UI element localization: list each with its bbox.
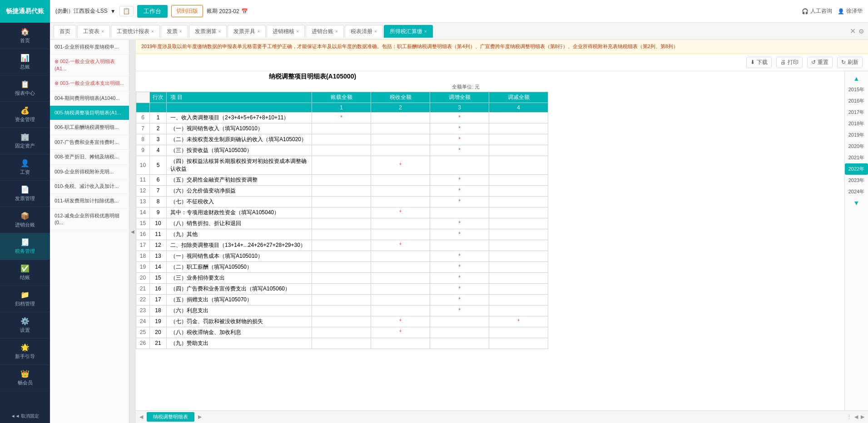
sidebar-item-6[interactable]: 📄发票管理 [0, 181, 50, 207]
download-button[interactable]: ⬇ 下载 [746, 57, 772, 68]
tab-1[interactable]: 工资表× [77, 25, 110, 38]
row-c2[interactable] [371, 229, 430, 240]
sidebar-item-5[interactable]: 👤工资 [0, 154, 50, 181]
year-item-1[interactable]: 2016年 [845, 95, 868, 107]
row-c4[interactable] [489, 272, 548, 283]
row-xiangmu[interactable]: （二）职工薪酬（填写A105050） [167, 261, 312, 272]
row-c2[interactable] [371, 261, 430, 272]
sidebar-item-0[interactable]: 🏠首页 [0, 23, 50, 49]
tab-6[interactable]: 进销稽核× [267, 25, 305, 38]
row-c2[interactable]: * [371, 240, 430, 251]
close-all-tabs-button[interactable]: ✕ [848, 27, 858, 35]
left-panel-item-3[interactable]: 004-期间费用明细表(A1040... [50, 91, 129, 106]
row-c4[interactable] [489, 338, 548, 349]
row-c3[interactable]: * [430, 251, 489, 261]
print-button[interactable]: 🖨 打印 [776, 57, 803, 68]
row-c4[interactable] [489, 123, 548, 134]
row-c2[interactable] [371, 112, 430, 123]
row-c4[interactable] [489, 327, 548, 338]
row-c4[interactable] [489, 218, 548, 229]
sheet-tab-active[interactable]: 纳税调整明细表 [147, 412, 194, 422]
row-c4[interactable] [489, 156, 548, 174]
row-c4[interactable] [489, 185, 548, 196]
row-c4[interactable] [489, 261, 548, 272]
row-c2[interactable] [371, 338, 430, 349]
year-item-9[interactable]: 2024年 [845, 186, 868, 197]
sidebar-item-8[interactable]: 🧾税务管理 [0, 233, 50, 260]
period-selector[interactable]: 账期 2023-02 📅 [207, 7, 248, 15]
tab-close-7[interactable]: × [335, 29, 338, 34]
row-xiangmu[interactable]: （四）广告费和业务宣传费支出（填写A105060） [167, 283, 312, 294]
row-c3[interactable]: * [430, 174, 489, 185]
row-c3[interactable]: * [430, 185, 489, 196]
tab-5[interactable]: 发票开具× [228, 25, 266, 38]
left-panel-item-5[interactable]: 006-职工薪酬纳税调整明细... [50, 120, 129, 135]
row-xiangmu[interactable]: （七）罚金、罚款和被没收财物的损失 [167, 316, 312, 327]
year-item-3[interactable]: 2018年 [845, 118, 868, 129]
left-panel-item-1[interactable]: ⊗002-一般企业收入明细表(A1... [50, 54, 129, 76]
sidebar-item-10[interactable]: 📁归档管理 [0, 286, 50, 312]
sheet-nav-prev[interactable]: ◀ [139, 414, 143, 420]
reset-button[interactable]: ↺ 重置 [807, 57, 833, 68]
year-nav-up[interactable]: ▲ [852, 73, 862, 84]
row-c4[interactable] [489, 196, 548, 207]
row-xiangmu[interactable]: （三）投资收益（填写A105030） [167, 145, 312, 156]
row-c4[interactable] [489, 294, 548, 305]
row-c1[interactable] [312, 174, 371, 185]
sidebar-item-3[interactable]: 💰资金管理 [0, 102, 50, 128]
row-xiangmu[interactable]: （三）业务招待要支出 [167, 272, 312, 283]
row-c3[interactable] [430, 207, 489, 218]
row-c1[interactable] [312, 261, 371, 272]
tab-7[interactable]: 进销台账× [306, 25, 344, 38]
row-c3[interactable]: * [430, 272, 489, 283]
row-c2[interactable] [371, 294, 430, 305]
row-c2[interactable] [371, 218, 430, 229]
left-panel-item-0[interactable]: 001-企业所得税年度纳税申... [50, 40, 129, 54]
row-c4[interactable] [489, 134, 548, 145]
row-c3[interactable] [430, 327, 489, 338]
sidebar-item-4[interactable]: 🏢固定资产 [0, 128, 50, 154]
row-c3[interactable]: * [430, 305, 489, 316]
sidebar-item-12[interactable]: 🌟新手引导 [0, 339, 50, 365]
row-c3[interactable]: * [430, 134, 489, 145]
row-c2[interactable]: * [371, 207, 430, 218]
tab-close-4[interactable]: × [218, 29, 221, 34]
tab-2[interactable]: 工资统计报表× [111, 25, 160, 38]
row-c4[interactable] [489, 251, 548, 261]
row-c1[interactable] [312, 240, 371, 251]
row-c1[interactable] [312, 251, 371, 261]
year-item-4[interactable]: 2019年 [845, 129, 868, 141]
sidebar-item-2[interactable]: 📋报表中心 [0, 75, 50, 102]
company-selector[interactable]: (勿删）江西股金-LSS ▼ [55, 7, 116, 15]
old-version-button[interactable]: 切到旧版 [171, 5, 203, 17]
tab-close-2[interactable]: × [151, 29, 154, 34]
year-nav-down[interactable]: ▼ [852, 197, 862, 208]
row-xiangmu[interactable]: （八）税收滞纳金、加收利息 [167, 327, 312, 338]
row-c1[interactable] [312, 156, 371, 174]
year-item-5[interactable]: 2020年 [845, 141, 868, 152]
row-c4[interactable] [489, 240, 548, 251]
support-button[interactable]: 🎧 人工咨询 [802, 7, 832, 15]
refresh-button[interactable]: ↻ 刷新 [837, 57, 863, 68]
row-c3[interactable] [430, 316, 489, 327]
tab-3[interactable]: 发票× [161, 25, 188, 38]
user-menu[interactable]: 👤 徐泽华 [838, 7, 863, 15]
row-c4[interactable] [489, 174, 548, 185]
row-c1[interactable] [312, 123, 371, 134]
row-c1[interactable] [312, 207, 371, 218]
row-c1[interactable]: * [312, 112, 371, 123]
row-c1[interactable] [312, 229, 371, 240]
row-c2[interactable] [371, 185, 430, 196]
row-c3[interactable]: * [430, 261, 489, 272]
row-c1[interactable] [312, 196, 371, 207]
row-c1[interactable] [312, 145, 371, 156]
unpin-button[interactable]: ◄◄ 取消固定 [0, 409, 50, 423]
row-c4[interactable] [489, 207, 548, 218]
year-item-0[interactable]: 2015年 [845, 84, 868, 95]
row-c4[interactable] [489, 283, 548, 294]
row-c4[interactable] [489, 229, 548, 240]
row-c2[interactable] [371, 305, 430, 316]
row-c1[interactable] [312, 218, 371, 229]
row-c3[interactable] [430, 156, 489, 174]
row-xiangmu[interactable]: 二、扣除类调整项目（13+14+...24+26+27+28+29+30） [167, 240, 312, 251]
